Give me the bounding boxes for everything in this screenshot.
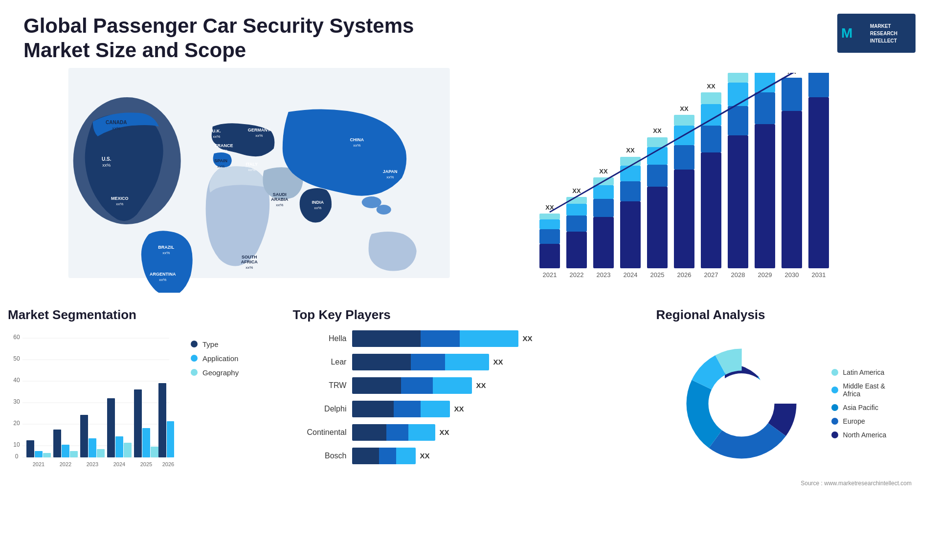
type-legend-label: Type [202, 340, 219, 348]
svg-rect-68 [674, 145, 694, 170]
geo-legend-dot [191, 369, 198, 376]
svg-text:XX: XX [680, 105, 689, 112]
svg-text:MEXICO: MEXICO [111, 196, 129, 201]
svg-text:xx%: xx% [220, 149, 227, 153]
svg-rect-90 [782, 111, 802, 268]
svg-rect-136 [167, 421, 174, 457]
logo-text: MARKET RESEARCH INTELLECT [870, 22, 897, 44]
svg-rect-117 [43, 453, 51, 457]
svg-rect-125 [97, 449, 105, 457]
player-name-trw: TRW [292, 381, 346, 390]
player-name-delphi: Delphi [292, 405, 346, 413]
svg-text:xx%: xx% [314, 206, 321, 210]
svg-text:xx%: xx% [217, 164, 224, 169]
svg-rect-86 [755, 92, 775, 124]
player-bar-visual-delphi [352, 401, 450, 417]
svg-text:2025: 2025 [650, 271, 665, 279]
apac-dot [831, 404, 838, 411]
svg-rect-95 [808, 73, 829, 97]
seg-legend: Type Application Geography [186, 340, 239, 377]
growth-chart-section: XX 2021 XX 2022 XX [520, 68, 931, 302]
svg-rect-129 [124, 443, 132, 457]
svg-rect-119 [53, 430, 61, 457]
logo-m-icon: M [841, 23, 852, 43]
latam-dot [831, 369, 838, 376]
svg-rect-55 [620, 201, 641, 268]
svg-text:xx%: xx% [276, 203, 283, 207]
svg-rect-73 [701, 152, 721, 268]
svg-rect-37 [539, 244, 560, 268]
svg-rect-61 [647, 187, 668, 268]
svg-text:xx%: xx% [353, 143, 360, 148]
svg-text:2026: 2026 [162, 461, 174, 467]
player-bar-lear: XX [352, 354, 646, 370]
svg-text:2030: 2030 [785, 271, 799, 279]
player-name-lear: Lear [292, 358, 346, 366]
svg-rect-81 [728, 83, 748, 106]
svg-text:2028: 2028 [731, 271, 745, 279]
svg-text:U.K.: U.K. [212, 129, 221, 133]
player-bar-visual-lear [352, 354, 489, 370]
svg-rect-43 [566, 232, 587, 268]
svg-text:2021: 2021 [543, 271, 557, 279]
svg-rect-62 [647, 165, 668, 187]
svg-rect-74 [701, 126, 721, 152]
geo-legend-label: Geography [202, 368, 239, 377]
player-name-bosch: Bosch [292, 452, 346, 460]
svg-text:CANADA: CANADA [106, 120, 127, 125]
svg-text:xx%: xx% [248, 168, 255, 172]
svg-rect-79 [728, 135, 748, 268]
page-title: Global Passenger Car Security Systems Ma… [23, 14, 464, 63]
svg-text:2024: 2024 [624, 271, 638, 279]
player-bar-visual-bosch [352, 448, 416, 464]
svg-text:JAPAN: JAPAN [383, 169, 398, 174]
legend-geography: Geography [191, 368, 239, 377]
svg-text:50: 50 [13, 355, 20, 362]
mea-dot [831, 387, 838, 393]
segmentation-section: Market Segmentation 60 50 40 30 20 10 0 [8, 307, 283, 560]
svg-rect-127 [107, 398, 115, 457]
players-section: Top Key Players Hella XX Lear [292, 307, 646, 560]
svg-rect-50 [593, 199, 614, 217]
svg-text:xx%: xx% [162, 251, 170, 255]
player-bar-visual-continental [352, 424, 435, 441]
svg-text:BRAZIL: BRAZIL [158, 245, 174, 250]
regional-title: Regional Analysis [656, 307, 931, 323]
svg-rect-131 [134, 389, 142, 457]
player-xx-trw: XX [476, 381, 486, 389]
segmentation-title: Market Segmentation [8, 307, 283, 323]
player-bar-continental: XX [352, 424, 646, 441]
legend-type: Type [191, 340, 239, 348]
svg-rect-80 [728, 106, 748, 135]
top-row: CANADA xx% U.S. xx% MEXICO xx% BRAZIL xx… [0, 68, 939, 302]
donut-hole [711, 373, 772, 434]
na-label: North America [843, 431, 887, 439]
mea-label: Middle East &Africa [843, 382, 885, 398]
svg-rect-51 [593, 185, 614, 199]
svg-text:xx%: xx% [246, 265, 253, 270]
svg-text:2023: 2023 [597, 271, 611, 279]
svg-rect-70 [674, 115, 694, 126]
svg-text:10: 10 [13, 441, 20, 448]
svg-text:20: 20 [13, 420, 20, 427]
legend-apac: Asia Pacific [831, 404, 887, 411]
svg-rect-133 [151, 447, 158, 457]
world-map: CANADA xx% U.S. xx% MEXICO xx% BRAZIL xx… [8, 68, 510, 293]
player-name-hella: Hella [292, 334, 346, 343]
europe-label: Europe [843, 417, 865, 425]
svg-text:2031: 2031 [812, 271, 826, 279]
svg-rect-45 [566, 204, 587, 215]
type-legend-dot [191, 341, 198, 347]
svg-text:xx%: xx% [386, 175, 394, 179]
svg-text:30: 30 [13, 398, 20, 405]
svg-rect-128 [115, 436, 123, 457]
player-bar-visual-trw [352, 377, 472, 394]
svg-text:FRANCE: FRANCE [215, 143, 233, 148]
player-bar-bosch: XX [352, 448, 646, 464]
svg-text:xx%: xx% [112, 126, 120, 131]
player-name-continental: Continental [292, 428, 346, 437]
svg-text:xx%: xx% [213, 134, 220, 139]
svg-text:ITALY: ITALY [246, 162, 258, 167]
svg-rect-115 [26, 440, 34, 457]
player-bar-visual-hella [352, 330, 518, 347]
